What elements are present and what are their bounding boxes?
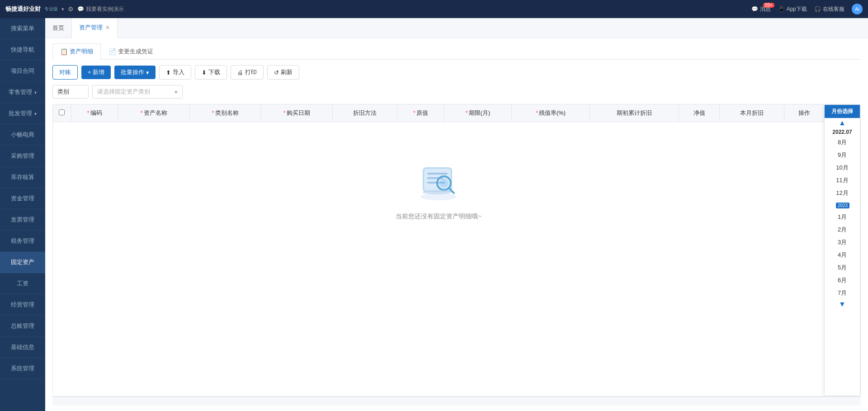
month-item-8[interactable]: 8月 [825,136,860,149]
reconcile-button[interactable]: 对账 [52,65,78,80]
import-button[interactable]: ⬆ 导入 [159,65,191,80]
header-name: *资产名称 [118,104,189,122]
tab-home[interactable]: 首页 [45,18,72,38]
header-original-value: *原值 [397,104,444,122]
month-panel: 月份选择 ▲ 2022.07 8月 9月 10月 11月 [824,104,860,396]
sidebar-item-fixed-assets[interactable]: 固定资产 [0,252,45,273]
header-residual-rate: *残值率(%) [512,104,590,122]
select-all-checkbox[interactable] [59,109,65,115]
category-input-select[interactable]: 请选择固定资产类别 ▾ [92,85,183,99]
settings-icon[interactable]: ⚙ [68,5,74,13]
sidebar-item-finance-mgmt[interactable]: 资金管理 [0,188,45,209]
retail-arrow-icon: ▾ [34,90,37,95]
user-avatar[interactable]: Ai [852,4,863,14]
header-net-value: 净值 [679,104,719,122]
asset-table: *编码 *资产名称 *类别名称 *购买日期 折旧方法 *原值 *期限(月) *残… [53,104,824,257]
sidebar-item-system-mgmt[interactable]: 系统管理 [0,358,45,379]
sidebar-item-batch-mgmt[interactable]: 批发管理 ▾ [0,103,45,124]
category-dropdown-icon: ▾ [175,89,178,95]
content-area: 首页 资产管理 ✕ 📋 资产明细 📄 变更生成凭证 [45,18,868,411]
bottom-scrollbar [52,397,861,406]
month-nav-down: ▼ [825,299,860,309]
month-item-1[interactable]: 1月 [825,211,860,223]
month-item-7[interactable]: 7月 [825,287,860,299]
refresh-button[interactable]: ↺ 刷新 [267,65,299,80]
empty-illustration [411,158,466,203]
month-item-3[interactable]: 3月 [825,236,860,249]
header-month-depr: 本月折旧 [719,104,784,122]
month-item-4[interactable]: 4月 [825,249,860,261]
sidebar-item-ecommerce[interactable]: 小畅电商 [0,124,45,146]
month-item-6[interactable]: 6月 [825,274,860,287]
month-list-2022: 8月 9月 10月 11月 12月 2023 1月 2月 3月 4月 [825,136,860,299]
header-category: *类别名称 [189,104,261,122]
month-item-11[interactable]: 11月 [825,174,860,187]
month-item-9[interactable]: 9月 [825,149,860,161]
main-layout: 搜索菜单 快捷导航 项目合同 零售管理 ▾ 批发管理 ▾ 小畅电商 采购管理 库… [0,18,868,411]
sub-tab-change-voucher[interactable]: 📄 变更生成凭证 [101,43,161,59]
refresh-icon: ↺ [274,69,279,76]
top-bar-left: 畅捷通好业财 专业版 ▾ ⚙ 💬 我要看实例演示 [5,5,748,13]
batch-dropdown-icon: ▾ [146,69,149,76]
empty-state: 当前您还没有固定资产明细哦~ [53,122,824,257]
tab-asset-mgmt[interactable]: 资产管理 ✕ [72,18,118,38]
message-icon: 💬 [751,6,758,12]
month-item-year-2023: 2023 [825,199,860,211]
sidebar-item-purchase-mgmt[interactable]: 采购管理 [0,146,45,167]
sub-tab-asset-detail[interactable]: 📋 资产明细 [52,43,101,60]
header-period-month: *期限(月) [444,104,511,122]
svg-rect-3 [427,173,448,175]
top-bar-right: 💬 消息 99+ 📱 App下载 🎧 在线客服 Ai [751,4,863,14]
month-item-5[interactable]: 5月 [825,261,860,274]
company-name: 畅捷通好业财 [5,5,41,13]
demo-icon: 💬 [77,6,84,12]
app-download-button[interactable]: 📱 App下载 [778,5,807,13]
table-header: *编码 *资产名称 *类别名称 *购买日期 折旧方法 *原值 *期限(月) *残… [53,104,824,122]
add-button[interactable]: + 新增 [81,66,111,79]
sidebar: 搜索菜单 快捷导航 项目合同 零售管理 ▾ 批发管理 ▾ 小畅电商 采购管理 库… [0,18,45,411]
month-item-2[interactable]: 2月 [825,223,860,236]
company-dropdown[interactable]: ▾ [61,6,64,12]
year-badge: 2023 [836,203,849,208]
sidebar-item-project-contract[interactable]: 项目合同 [0,61,45,82]
header-operation: 操作 [784,104,824,122]
message-button[interactable]: 💬 消息 99+ [751,5,771,13]
sidebar-item-retail-mgmt[interactable]: 零售管理 ▾ [0,82,45,103]
sidebar-item-salary[interactable]: 工资 [0,273,45,294]
toolbar: 对账 + 新增 批量操作 ▾ ⬆ 导入 ⬇ 下载 🖨 [52,65,861,80]
sidebar-item-inventory[interactable]: 库存核算 [0,167,45,188]
demo-link[interactable]: 💬 我要看实例演示 [77,5,124,13]
page-content: 📋 资产明细 📄 变更生成凭证 对账 + 新增 批量操作 ▾ [45,38,868,411]
sidebar-item-tax-mgmt[interactable]: 税务管理 [0,231,45,252]
sidebar-item-invoice-mgmt[interactable]: 发票管理 [0,209,45,231]
download-button[interactable]: ⬇ 下载 [195,65,227,80]
batch-arrow-icon: ▾ [34,111,37,116]
print-button[interactable]: 🖨 打印 [231,65,264,80]
empty-text: 当前您还没有固定资产明细哦~ [396,213,481,221]
print-icon: 🖨 [237,69,243,76]
download-icon: ⬇ [202,69,207,76]
month-panel-header: 月份选择 [825,105,860,118]
batch-button[interactable]: 批量操作 ▾ [114,66,156,79]
table-body: 当前您还没有固定资产明细哦~ [53,122,824,257]
message-badge: 99+ [763,3,774,8]
online-service-button[interactable]: 🎧 在线客服 [814,5,844,13]
month-nav-up[interactable]: ▲ [837,119,848,127]
sidebar-item-basic-info[interactable]: 基础信息 [0,337,45,358]
tab-close-icon[interactable]: ✕ [105,24,110,31]
asset-table-container: *编码 *资产名称 *类别名称 *购买日期 折旧方法 *原值 *期限(月) *残… [52,104,861,397]
month-item-10[interactable]: 10月 [825,161,860,174]
phone-icon: 📱 [778,6,785,12]
sidebar-item-quick-nav[interactable]: 快捷导航 [0,39,45,61]
sidebar-item-operation-mgmt[interactable]: 经营管理 [0,294,45,316]
sidebar-item-search[interactable]: 搜索菜单 [0,18,45,39]
sidebar-item-ledger-mgmt[interactable]: 总账管理 [0,316,45,337]
asset-detail-icon: 📋 [60,48,68,55]
category-select[interactable]: 类别 [52,85,89,99]
header-deprec-method: 折旧方法 [332,104,397,122]
sub-tab-bar: 📋 资产明细 📄 变更生成凭证 [52,43,861,60]
headset-icon: 🎧 [814,6,821,12]
month-item-12[interactable]: 12月 [825,187,860,199]
month-nav-down-btn[interactable]: ▼ [837,300,848,308]
current-year-display: 2022.07 [832,128,852,136]
